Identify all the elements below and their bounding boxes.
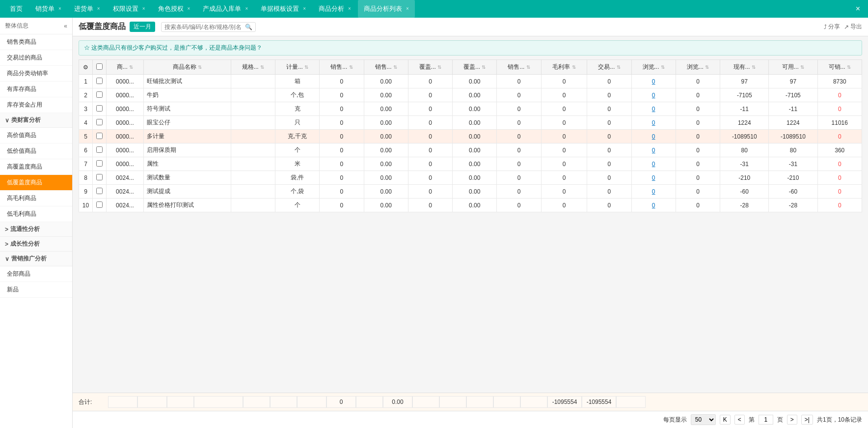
col-sales2[interactable]: 销售... ⇅: [364, 60, 408, 75]
nav-template-settings-close[interactable]: ×: [303, 0, 306, 18]
nav-sales-order-close[interactable]: ×: [58, 0, 61, 18]
nav-product-analysis[interactable]: 商品分析 ×: [313, 0, 357, 18]
row-browse1-2[interactable]: 0: [631, 88, 676, 102]
row-checkbox-8[interactable]: [93, 171, 107, 185]
last-page-button[interactable]: >|: [801, 415, 813, 425]
sidebar-section-wealth[interactable]: ∨ 类财富分析: [0, 113, 72, 128]
sidebar-item-all-goods[interactable]: 全部商品: [0, 266, 72, 282]
row-checkbox-9[interactable]: [93, 185, 107, 199]
sidebar-section-growth[interactable]: > 成长性分析: [0, 237, 72, 252]
nav-home[interactable]: 首页: [4, 0, 28, 18]
row-trade-6: 0: [587, 143, 631, 157]
page-size-select[interactable]: 50 100 200: [691, 414, 716, 425]
sidebar-section-marketing[interactable]: ∨ 营销推广分析: [0, 252, 72, 266]
nav-purchase-order-close[interactable]: ×: [97, 0, 100, 18]
col-spec[interactable]: 规格... ⇅: [231, 60, 275, 75]
export-button[interactable]: ↗ 导出: [844, 23, 862, 31]
row-cover1-4: 0: [408, 116, 452, 130]
col-code[interactable]: 商... ⇅: [107, 60, 144, 75]
row-checkbox-2[interactable]: [93, 88, 107, 102]
row-browse1-5[interactable]: 0: [631, 130, 676, 143]
prev-page-button[interactable]: <: [734, 415, 745, 425]
col-cover2[interactable]: 覆盖... ⇅: [453, 60, 497, 75]
next-page-button[interactable]: >: [787, 415, 797, 425]
col-trade[interactable]: 交易... ⇅: [587, 60, 631, 75]
col-checkbox[interactable]: [93, 60, 107, 75]
col-browse1[interactable]: 浏览... ⇅: [631, 60, 676, 75]
period-button[interactable]: 近一月: [130, 22, 155, 32]
row-saleable-10: 0: [817, 199, 862, 212]
row-checkbox-3[interactable]: [93, 102, 107, 116]
col-sales3[interactable]: 销售... ⇅: [497, 60, 541, 75]
sidebar-item-high-value[interactable]: 高价值商品: [0, 128, 72, 143]
first-page-button[interactable]: K: [720, 415, 731, 425]
col-name[interactable]: 商品名称 ⇅: [143, 60, 231, 75]
sidebar-item-capital[interactable]: 库存资金占用: [0, 97, 72, 113]
nav-product-analysis-close[interactable]: ×: [348, 0, 351, 18]
col-browse2[interactable]: 浏览... ⇅: [676, 60, 720, 75]
search-icon[interactable]: 🔍: [245, 24, 252, 30]
col-usable[interactable]: 可用... ⇅: [769, 60, 817, 75]
col-current[interactable]: 现有... ⇅: [720, 60, 769, 75]
nav-role-auth-close[interactable]: ×: [188, 0, 190, 18]
window-close-button[interactable]: ×: [852, 4, 864, 13]
table-container[interactable]: ⚙ 商... ⇅ 商品名称 ⇅ 规格... ⇅ 计量... ⇅ 销售... ⇅ …: [79, 59, 862, 393]
col-cover1[interactable]: 覆盖... ⇅: [408, 60, 452, 75]
row-code-9: 0024...: [107, 185, 144, 199]
nav-template-settings[interactable]: 单据模板设置 ×: [255, 0, 312, 18]
row-checkbox-7[interactable]: [93, 157, 107, 171]
sidebar-item-low-coverage[interactable]: 低覆盖度商品: [0, 175, 72, 191]
row-checkbox-10[interactable]: [93, 199, 107, 212]
col-gross-rate[interactable]: 毛利率 ⇅: [541, 60, 587, 75]
row-checkbox-1[interactable]: [93, 75, 107, 88]
row-browse1-1[interactable]: 0: [631, 75, 676, 88]
row-browse1-9[interactable]: 0: [631, 185, 676, 199]
table-row: 4 0000... 眼宝公仔 只 0 0.00 0 0.00 0 0 0 0 0…: [79, 116, 862, 130]
sidebar-section-liquidity[interactable]: > 流通性分析: [0, 222, 72, 237]
nav-sales-order[interactable]: 销货单 ×: [29, 0, 67, 18]
sidebar-item-low-gross[interactable]: 低毛利商品: [0, 206, 72, 222]
sidebar-item-high-gross[interactable]: 高毛利商品: [0, 191, 72, 206]
nav-purchase-order[interactable]: 进货单 ×: [68, 0, 106, 18]
row-sales2-1: 0.00: [364, 75, 408, 88]
sidebar-item-high-coverage[interactable]: 高覆盖度商品: [0, 159, 72, 175]
col-unit[interactable]: 计量... ⇅: [275, 60, 319, 75]
row-browse1-3[interactable]: 0: [631, 102, 676, 116]
col-settings[interactable]: ⚙: [79, 60, 93, 75]
nav-role-auth[interactable]: 角色授权 ×: [152, 0, 196, 18]
nav-product-analysis-list[interactable]: 商品分析列表 ×: [358, 0, 415, 18]
nav-product-warehouse-close[interactable]: ×: [245, 0, 248, 18]
search-input[interactable]: [164, 24, 243, 30]
nav-product-warehouse[interactable]: 产成品入库单 ×: [197, 0, 254, 18]
row-browse1-8[interactable]: 0: [631, 171, 676, 185]
col-saleable[interactable]: 可销... ⇅: [817, 60, 862, 75]
sidebar-item-new-goods[interactable]: 新品: [0, 282, 72, 298]
nav-permission[interactable]: 权限设置 ×: [107, 0, 151, 18]
table-row: 2 0000... 牛奶 个,包 0 0.00 0 0.00 0 0 0 0 0…: [79, 88, 862, 102]
sidebar-item-sales-goods[interactable]: 销售类商品: [0, 34, 72, 50]
row-checkbox-5[interactable]: [93, 130, 107, 143]
total-cells: 0 0.00 -1095554 -1095554: [108, 396, 862, 408]
sidebar-item-low-value[interactable]: 低价值商品: [0, 143, 72, 159]
nav-product-analysis-list-close[interactable]: ×: [406, 0, 409, 18]
select-all-checkbox[interactable]: [96, 63, 103, 70]
row-checkbox-4[interactable]: [93, 116, 107, 130]
page-input[interactable]: [759, 415, 773, 425]
row-name-1: 旺铺批次测试: [143, 75, 231, 88]
col-sales1[interactable]: 销售... ⇅: [320, 60, 364, 75]
sidebar-item-category-rate[interactable]: 商品分类动销率: [0, 66, 72, 82]
share-button[interactable]: ⤴ 分享: [824, 23, 840, 31]
sidebar-item-in-stock[interactable]: 有库存商品: [0, 82, 72, 97]
total-col-spec: [243, 396, 270, 408]
row-browse1-6[interactable]: 0: [631, 143, 676, 157]
sidebar-collapse-icon[interactable]: «: [64, 23, 67, 29]
row-checkbox-6[interactable]: [93, 143, 107, 157]
row-gross-rate-4: 0: [541, 116, 587, 130]
page-end-label: 页: [777, 416, 783, 424]
sidebar-item-traded-goods[interactable]: 交易过的商品: [0, 50, 72, 66]
row-browse1-10[interactable]: 0: [631, 199, 676, 212]
row-browse1-7[interactable]: 0: [631, 157, 676, 171]
row-sales2-4: 0.00: [364, 116, 408, 130]
nav-permission-close[interactable]: ×: [142, 0, 145, 18]
row-browse1-4[interactable]: 0: [631, 116, 676, 130]
